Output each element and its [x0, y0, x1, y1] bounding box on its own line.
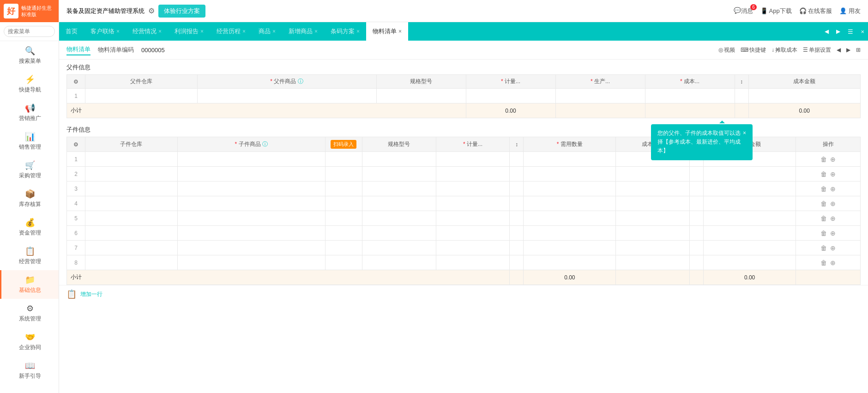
th-child-settings[interactable]: ⚙ [67, 137, 85, 152]
parent-amount-cell[interactable] [748, 89, 861, 103]
nav-left-arrow[interactable]: ◀ [837, 47, 841, 53]
parent-spec-cell[interactable] [376, 89, 466, 103]
sidebar-item-basic[interactable]: 📁 基础信息 [0, 270, 59, 299]
settings-button[interactable]: ⚙ [148, 6, 155, 15]
parent-product-cell[interactable] [197, 89, 376, 103]
parent-warehouse-cell[interactable] [85, 89, 198, 103]
copy-icon[interactable]: ⊕ [830, 200, 836, 207]
copy-icon[interactable]: ⊕ [830, 230, 836, 237]
copy-icon[interactable]: ⊕ [830, 185, 836, 193]
th-parent-sort[interactable]: ↕ [735, 75, 748, 89]
tab-profit[interactable]: 利润报告 × [168, 22, 210, 41]
parent-subtotal-empty1 [555, 103, 645, 118]
search-input[interactable] [4, 26, 55, 37]
child-warehouse-cell[interactable] [85, 152, 178, 167]
child-unit-cell[interactable] [436, 152, 510, 167]
table-row: 6 🗑 ⊕ [67, 226, 861, 241]
child-qty-cell[interactable] [524, 152, 616, 167]
tab-close-window[interactable]: × [857, 28, 868, 35]
tab-goods[interactable]: 商品 × [252, 22, 282, 41]
copy-icon[interactable]: ⊕ [830, 156, 836, 163]
expand-icon[interactable]: ⊞ [856, 47, 861, 53]
tab-close-icon[interactable]: × [314, 28, 318, 35]
subnav-bom-code[interactable]: 物料清单编码 [98, 45, 134, 55]
parent-prod-cell[interactable] [555, 89, 645, 103]
parent-unit-cell[interactable] [466, 89, 555, 103]
sidebar-item-quicknav[interactable]: ⚡ 快捷导航 [0, 70, 59, 98]
delete-icon[interactable]: 🗑 [820, 156, 827, 163]
sidebar-item-system[interactable]: ⚙ 系统管理 [0, 299, 59, 327]
app-download[interactable]: 📱 App下载 [760, 7, 792, 15]
tab-close-icon[interactable]: × [398, 28, 402, 35]
parent-section-title: 父件信息 [66, 63, 861, 72]
tab-next-arrow[interactable]: ▶ [832, 28, 844, 35]
tab-new-goods[interactable]: 新增商品 × [282, 22, 324, 41]
parent-subtotal-amount: 0.00 [748, 103, 861, 118]
nav-label: 销售管理 [19, 143, 41, 151]
child-product-cell[interactable] [177, 152, 325, 167]
tab-operations[interactable]: 经营情况 × [126, 22, 168, 41]
nav-right-arrow[interactable]: ▶ [846, 47, 850, 53]
delete-icon[interactable]: 🗑 [820, 185, 827, 193]
delete-icon[interactable]: 🗑 [820, 244, 827, 252]
copy-icon[interactable]: ⊕ [830, 170, 836, 178]
shortcut-action[interactable]: ⌨ 快捷键 [741, 46, 766, 54]
sidebar-item-marketing[interactable]: 📢 营销推广 [0, 98, 59, 127]
try-button[interactable]: 体验行业方案 [158, 5, 205, 18]
sidebar-item-sales[interactable]: 📊 销售管理 [0, 127, 59, 156]
sidebar-item-purchase[interactable]: 🛒 采购管理 [0, 156, 59, 184]
user-info[interactable]: 👤 用友 [839, 7, 861, 15]
search-icon: 🔍 [25, 46, 35, 56]
delete-icon[interactable]: 🗑 [820, 230, 827, 237]
add-row-label[interactable]: 增加一行 [80, 290, 102, 298]
add-row-icon[interactable]: 📋 [66, 289, 77, 299]
th-parent-amount: 成本金额 [748, 75, 861, 89]
copy-icon[interactable]: ⊕ [830, 215, 836, 222]
sidebar: 好 畅捷通好生意 标准版 🔍 搜索菜单 ⚡ 快捷导航 📢 营销推广 📊 销售管理… [0, 0, 59, 393]
tab-close-icon[interactable]: × [242, 28, 246, 35]
copy-icon[interactable]: ⊕ [830, 244, 836, 252]
sidebar-item-operations[interactable]: 📋 经营管理 [0, 242, 59, 270]
sidebar-item-collaboration[interactable]: 🤝 企业协同 [0, 327, 59, 356]
th-parent-settings[interactable]: ⚙ [67, 75, 85, 89]
child-subtotal-label: 小计 [67, 270, 510, 285]
parent-cost-cell[interactable] [645, 89, 735, 103]
tab-customer[interactable]: 客户联络 × [84, 22, 126, 41]
delete-icon[interactable]: 🗑 [820, 200, 827, 207]
tab-barcode[interactable]: 条码方案 × [324, 22, 366, 41]
video-action[interactable]: ◎ 视频 [718, 46, 735, 54]
row-num: 1 [67, 89, 85, 103]
parent-table: ⚙ 父件仓库 * 父件商品 ⓘ 规格型号 * 计量... * 生产... * 成… [66, 74, 861, 118]
scan-button[interactable]: 扫码录入 [331, 140, 356, 149]
online-service[interactable]: 🎧 在线客服 [799, 7, 832, 15]
cost-action[interactable]: ↓ 摊取成本 [772, 46, 797, 54]
tab-close-icon[interactable]: × [116, 28, 120, 35]
copy-icon[interactable]: ⊕ [830, 259, 836, 266]
child-spec-cell[interactable] [362, 152, 436, 167]
doc-settings-action[interactable]: ☰ 单据设置 [803, 46, 831, 54]
delete-icon[interactable]: 🗑 [820, 259, 827, 266]
tab-history[interactable]: 经营历程 × [210, 22, 252, 41]
nav-label: 库存核算 [19, 200, 41, 208]
nav-label: 资金管理 [19, 229, 41, 237]
tab-home[interactable]: 首页 [59, 22, 84, 41]
th-child-scan[interactable]: 扫码录入 [325, 137, 362, 152]
tab-close-all[interactable]: ☰ [844, 28, 857, 35]
tooltip-close-button[interactable]: × [743, 129, 746, 138]
sidebar-item-search[interactable]: 🔍 搜索菜单 [0, 41, 59, 70]
tab-prev-arrow[interactable]: ◀ [821, 28, 832, 35]
tab-bom[interactable]: 物料清单 × [366, 22, 408, 41]
sidebar-item-inventory[interactable]: 📦 库存核算 [0, 184, 59, 213]
sidebar-item-guide[interactable]: 📖 新手引导 [0, 356, 59, 385]
sidebar-item-finance[interactable]: 💰 资金管理 [0, 213, 59, 242]
tab-close-icon[interactable]: × [356, 28, 360, 35]
message-wrap[interactable]: 💬 6 消息 [734, 7, 753, 15]
th-child-sort[interactable]: ↕ [510, 137, 524, 152]
tab-close-icon[interactable]: × [272, 28, 276, 35]
system-icon: ⚙ [26, 303, 34, 314]
tab-close-icon[interactable]: × [158, 28, 162, 35]
subnav-bom[interactable]: 物料清单 [66, 44, 90, 55]
delete-icon[interactable]: 🗑 [820, 170, 827, 178]
delete-icon[interactable]: 🗑 [820, 215, 827, 222]
tab-close-icon[interactable]: × [200, 28, 204, 35]
